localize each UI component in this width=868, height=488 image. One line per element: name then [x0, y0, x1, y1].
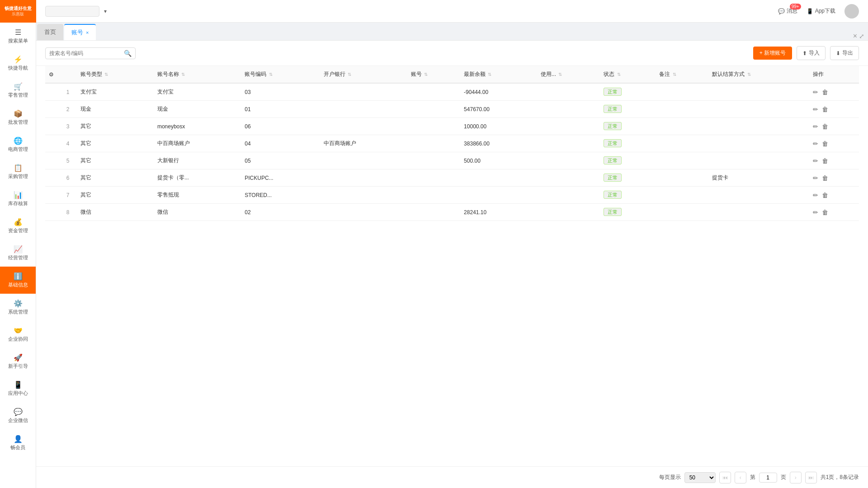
- tab-accounts[interactable]: 账号 ×: [64, 24, 96, 40]
- row-settings-4: [45, 152, 59, 169]
- edit-btn-2[interactable]: ✏: [813, 123, 818, 130]
- import-button[interactable]: ⬆ 导入: [797, 46, 826, 60]
- edit-btn-3[interactable]: ✏: [813, 140, 818, 147]
- account-search-input[interactable]: [49, 50, 122, 56]
- row-remarks-3: [656, 135, 708, 152]
- row-status-6: 正常: [600, 187, 656, 204]
- topbar-search-input[interactable]: [45, 6, 99, 17]
- content-toolbar: 🔍 + 新增账号 ⬆ 导入 ⬇ 导出: [36, 41, 868, 66]
- row-bank-2: [320, 118, 407, 135]
- app-download-link[interactable]: 📱 App下载: [807, 7, 835, 15]
- sidebar-label-member: 畅会员: [10, 445, 25, 450]
- delete-btn-7[interactable]: 🗑: [822, 209, 828, 216]
- edit-btn-4[interactable]: ✏: [813, 157, 818, 164]
- row-bank-6: [320, 187, 407, 204]
- row-type-3: 其它: [77, 135, 154, 152]
- sidebar-item-quick-nav[interactable]: ⚡快捷导航: [0, 50, 36, 77]
- sidebar-item-basic-info[interactable]: ℹ️基础信息: [0, 267, 36, 294]
- sidebar-item-system-mgmt[interactable]: ⚙️系统管理: [0, 294, 36, 321]
- topbar-message[interactable]: 💬 消息 99+: [778, 7, 797, 15]
- tab-home[interactable]: 首页: [37, 24, 63, 40]
- per-page-select[interactable]: 50 100 200: [684, 472, 716, 483]
- col-status[interactable]: 状态 ⇅: [600, 66, 656, 83]
- next-page-btn[interactable]: ›: [790, 472, 802, 483]
- col-usage[interactable]: 使用... ⇅: [537, 66, 600, 83]
- sidebar-label-capital-mgmt: 资金管理: [8, 228, 28, 233]
- sidebar-item-retail-mgmt[interactable]: 🛒零售管理: [0, 77, 36, 104]
- col-type[interactable]: 账号类型 ⇅: [77, 66, 154, 83]
- sidebar-icon-wholesale-mgmt: 📦: [2, 109, 33, 118]
- tab-accounts-close[interactable]: ×: [86, 30, 89, 35]
- col-account[interactable]: 账号 ⇅: [407, 66, 460, 83]
- edit-btn-6[interactable]: ✏: [813, 192, 818, 199]
- prev-page-btn[interactable]: ‹: [735, 472, 746, 483]
- table-row: 1 支付宝 支付宝 03 -90444.00 正常 ✏ 🗑: [45, 83, 859, 101]
- sidebar-item-app-center[interactable]: 📱应用中心: [0, 375, 36, 402]
- sidebar: 畅捷通好生意 乐惠版 ☰搜索菜单⚡快捷导航🛒零售管理📦批发管理🌐电商管理📋采购管…: [0, 0, 36, 488]
- col-remarks[interactable]: 备注 ⇅: [656, 66, 708, 83]
- account-search-icon[interactable]: 🔍: [124, 50, 132, 57]
- col-name[interactable]: 账号名称 ⇅: [154, 66, 241, 83]
- row-account-7: [407, 204, 460, 221]
- settings-icon[interactable]: ⚙: [49, 71, 54, 78]
- row-name-4: 大新银行: [154, 152, 241, 169]
- export-button[interactable]: ⬇ 导出: [830, 46, 859, 60]
- col-bank[interactable]: 开户银行 ⇅: [320, 66, 407, 83]
- row-balance-7: 28241.10: [460, 204, 537, 221]
- sidebar-item-operations-mgmt[interactable]: 📈经营管理: [0, 239, 36, 267]
- sidebar-item-ecommerce-mgmt[interactable]: 🌐电商管理: [0, 131, 36, 158]
- col-balance[interactable]: 最新余额 ⇅: [460, 66, 537, 83]
- sidebar-icon-operations-mgmt: 📈: [2, 245, 33, 253]
- delete-btn-5[interactable]: 🗑: [822, 174, 828, 182]
- sidebar-item-company-agreement[interactable]: 🤝企业协同: [0, 321, 36, 348]
- add-account-button[interactable]: + 新增账号: [753, 47, 792, 60]
- page-number-input[interactable]: [759, 473, 777, 483]
- col-settings[interactable]: ⚙: [45, 66, 59, 83]
- sidebar-item-new-guide[interactable]: 🚀新手引导: [0, 348, 36, 375]
- tab-bar-expand-icon[interactable]: ⤢: [859, 33, 864, 40]
- account-search-box[interactable]: 🔍: [45, 47, 136, 59]
- sidebar-item-search-menu[interactable]: ☰搜索菜单: [0, 23, 36, 50]
- sidebar-item-inventory-calc[interactable]: 📊库存核算: [0, 185, 36, 212]
- sidebar-item-purchase-mgmt[interactable]: 📋采购管理: [0, 158, 36, 185]
- row-balance-4: 500.00: [460, 152, 537, 169]
- edit-btn-5[interactable]: ✏: [813, 174, 818, 182]
- edit-btn-1[interactable]: ✏: [813, 106, 818, 113]
- row-name-1: 现金: [154, 101, 241, 118]
- delete-btn-2[interactable]: 🗑: [822, 123, 828, 130]
- sidebar-icon-retail-mgmt: 🛒: [2, 82, 33, 91]
- sidebar-item-company-wechat[interactable]: 💬企业微信: [0, 402, 36, 429]
- row-type-5: 其它: [77, 169, 154, 187]
- user-avatar[interactable]: [844, 4, 859, 19]
- delete-btn-4[interactable]: 🗑: [822, 157, 828, 164]
- row-default-settlement-1: [708, 101, 809, 118]
- row-account-3: [407, 135, 460, 152]
- row-default-settlement-2: [708, 118, 809, 135]
- edit-btn-7[interactable]: ✏: [813, 209, 818, 216]
- col-code[interactable]: 账号编码 ⇅: [241, 66, 320, 83]
- delete-btn-0[interactable]: 🗑: [822, 89, 828, 96]
- sidebar-item-member[interactable]: 👤畅会员: [0, 429, 36, 456]
- last-page-btn[interactable]: ⏭: [805, 472, 817, 483]
- row-account-5: [407, 169, 460, 187]
- row-balance-1: 547670.00: [460, 101, 537, 118]
- edit-btn-0[interactable]: ✏: [813, 89, 818, 96]
- delete-btn-1[interactable]: 🗑: [822, 106, 828, 113]
- accounts-table-wrap: ⚙ 账号类型 ⇅ 账号名称 ⇅ 账号编码 ⇅ 开户银行 ⇅ 账号 ⇅ 最新余额 …: [36, 66, 868, 466]
- tab-bar-close-icon[interactable]: ×: [853, 32, 857, 40]
- table-row: 7 其它 零售抵现 STORED... 正常 ✏ 🗑: [45, 187, 859, 204]
- delete-btn-6[interactable]: 🗑: [822, 192, 828, 199]
- topbar-dropdown-icon[interactable]: ▾: [104, 8, 107, 14]
- delete-btn-3[interactable]: 🗑: [822, 140, 828, 147]
- sidebar-icon-new-guide: 🚀: [2, 353, 33, 362]
- sidebar-item-wholesale-mgmt[interactable]: 📦批发管理: [0, 104, 36, 131]
- app-download-icon: 📱: [807, 8, 813, 14]
- sidebar-item-capital-mgmt[interactable]: 💰资金管理: [0, 212, 36, 239]
- import-icon: ⬆: [802, 50, 807, 56]
- tab-accounts-label: 账号: [71, 28, 83, 37]
- first-page-btn[interactable]: ⏮: [719, 472, 731, 483]
- row-type-0: 支付宝: [77, 83, 154, 101]
- col-default-settlement[interactable]: 默认结算方式 ⇅: [708, 66, 809, 83]
- tab-home-label: 首页: [44, 28, 56, 36]
- sidebar-label-system-mgmt: 系统管理: [8, 309, 28, 314]
